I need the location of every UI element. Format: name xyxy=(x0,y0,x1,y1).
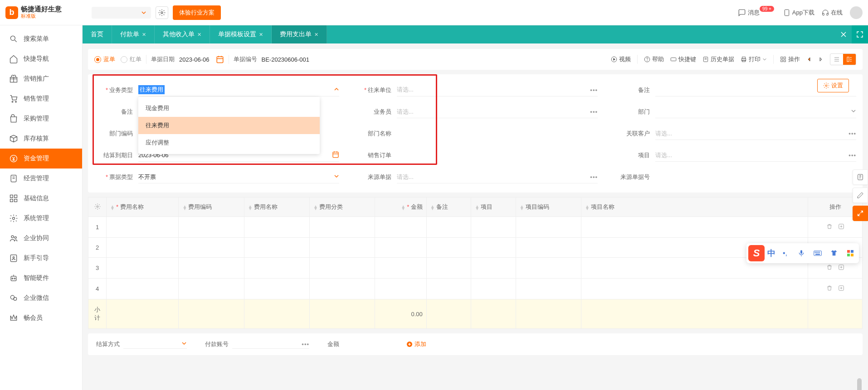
sidebar-item-7[interactable]: 经营管理 xyxy=(0,169,82,188)
settle-amount-input[interactable] xyxy=(343,343,388,345)
tab-1[interactable]: 付款单✕ xyxy=(112,25,155,43)
blue-doc-radio[interactable]: 蓝单 xyxy=(94,55,115,63)
tab-close-icon[interactable]: ✕ xyxy=(314,32,318,38)
company-selector[interactable] xyxy=(92,7,151,19)
tab-4[interactable]: 费用支出单✕ xyxy=(272,25,327,43)
more-icon[interactable]: ••• xyxy=(590,173,598,180)
sidebar-item-2[interactable]: 营销推广 xyxy=(0,69,82,89)
col-project[interactable]: ▲▼项目 xyxy=(471,197,516,217)
col-fee-name[interactable]: ▲▼* 费用名称 xyxy=(107,197,179,217)
col-project-name[interactable]: ▲▼项目名称 xyxy=(581,197,808,217)
settle-account-select[interactable]: ••• xyxy=(232,340,309,349)
operate-button[interactable]: 操作 xyxy=(780,55,800,63)
col-fee-name2[interactable]: ▲▼费用名称 xyxy=(244,197,309,217)
sidebar-item-12[interactable]: 智能硬件 xyxy=(0,268,82,288)
more-icon[interactable]: ••• xyxy=(590,87,598,93)
invoice-type-select[interactable]: 不开票 xyxy=(138,171,339,183)
sidebar-item-10[interactable]: 企业协同 xyxy=(0,228,82,248)
fullscreen-button[interactable] xyxy=(852,25,868,43)
dropdown-option-1[interactable]: 往来费用 xyxy=(138,117,320,134)
salesman-select[interactable]: 请选... ••• xyxy=(397,106,598,118)
dept-name-input[interactable] xyxy=(397,127,598,140)
sidebar-item-8[interactable]: 基础信息 xyxy=(0,188,82,208)
vertical-scrollbar[interactable] xyxy=(857,378,862,390)
source-doc-select[interactable]: 请选... ••• xyxy=(397,171,598,183)
sidebar-item-6[interactable]: 资金管理 xyxy=(0,149,82,169)
sidebar-item-3[interactable]: 销售管理 xyxy=(0,89,82,109)
col-gear[interactable] xyxy=(88,197,107,217)
ime-voice-button[interactable] xyxy=(795,246,808,260)
tab-2[interactable]: 其他收入单✕ xyxy=(155,25,210,43)
calendar-icon[interactable] xyxy=(216,55,224,63)
sidebar-item-4[interactable]: 采购管理 xyxy=(0,109,82,129)
sales-order-input[interactable] xyxy=(397,149,598,162)
float-note-button[interactable] xyxy=(853,169,868,185)
dropdown-option-2[interactable]: 应付调整 xyxy=(138,134,320,151)
delete-row-icon[interactable] xyxy=(826,223,833,231)
col-fee-category[interactable]: ▲▼费用分类 xyxy=(309,197,375,217)
add-settle-button[interactable]: 添加 xyxy=(406,340,426,348)
sidebar-item-11[interactable]: 新手引导 xyxy=(0,248,82,268)
more-icon[interactable]: ••• xyxy=(302,341,309,347)
dept-select[interactable] xyxy=(655,106,856,118)
col-remark[interactable]: ▲▼备注 xyxy=(426,197,471,217)
online-service-button[interactable]: 在线 xyxy=(822,9,843,17)
biz-type-select[interactable]: 往来费用 现金费用往来费用应付调整 xyxy=(138,83,339,96)
settle-method-select[interactable] xyxy=(123,340,187,349)
sidebar-item-13[interactable]: 企业微信 xyxy=(0,288,82,308)
video-button[interactable]: 视频 xyxy=(611,55,631,63)
dropdown-option-0[interactable]: 现金费用 xyxy=(138,100,320,117)
ime-lang-text[interactable]: 中 xyxy=(767,248,775,259)
source-docno-input[interactable] xyxy=(655,171,856,183)
remark-input[interactable] xyxy=(655,84,856,96)
table-row[interactable]: 4 xyxy=(88,279,863,299)
shortcut-button[interactable]: 快捷键 xyxy=(670,55,696,63)
red-doc-radio[interactable]: 红单 xyxy=(121,55,141,63)
app-download-button[interactable]: App下载 xyxy=(783,9,814,17)
ime-tools-button[interactable] xyxy=(844,246,857,260)
view-detail-button[interactable] xyxy=(843,54,856,65)
more-icon[interactable]: ••• xyxy=(848,152,856,159)
delete-row-icon[interactable] xyxy=(826,285,833,293)
tab-close-icon[interactable]: ✕ xyxy=(197,32,201,38)
col-project-code[interactable]: ▲▼项目编码 xyxy=(516,197,581,217)
date-value[interactable]: 2023-06-06 xyxy=(179,56,210,63)
table-row[interactable]: 1 xyxy=(88,217,863,238)
col-amount[interactable]: ▲▼* 金额 xyxy=(375,197,427,217)
sidebar-item-1[interactable]: 快捷导航 xyxy=(0,49,82,69)
experience-button[interactable]: 体验行业方案 xyxy=(173,5,221,20)
float-edit-button[interactable] xyxy=(853,188,868,203)
history-button[interactable]: 历史单据 xyxy=(702,55,734,63)
rel-customer-select[interactable]: 请选... ••• xyxy=(655,127,856,140)
print-button[interactable]: 打印 xyxy=(741,55,767,63)
ime-keyboard-button[interactable] xyxy=(811,246,824,260)
sidebar-item-0[interactable]: 搜索菜单 xyxy=(0,29,82,49)
calendar-icon[interactable] xyxy=(332,151,339,159)
contact-unit-select[interactable]: 请选... ••• xyxy=(397,84,598,96)
ime-skin-button[interactable] xyxy=(827,246,841,260)
tab-close-icon[interactable]: ✕ xyxy=(142,32,146,38)
close-all-tabs-button[interactable] xyxy=(835,25,852,43)
tab-close-icon[interactable]: ✕ xyxy=(259,32,263,38)
add-row-icon[interactable] xyxy=(838,223,844,231)
add-row-icon[interactable] xyxy=(838,285,844,293)
sidebar-item-9[interactable]: 系统管理 xyxy=(0,208,82,228)
message-button[interactable]: 消息 99 + xyxy=(738,9,776,17)
more-icon[interactable]: ••• xyxy=(590,108,598,115)
settings-gear-button[interactable] xyxy=(156,6,168,19)
float-expand-button[interactable] xyxy=(853,206,868,221)
view-list-button[interactable] xyxy=(830,54,843,65)
prev-button[interactable] xyxy=(806,57,812,62)
ime-bar[interactable]: S 中 •, xyxy=(746,243,859,263)
ime-punct-button[interactable]: •, xyxy=(778,246,792,260)
col-fee-code[interactable]: ▲▼费用编码 xyxy=(179,197,244,217)
help-button[interactable]: 帮助 xyxy=(644,55,664,63)
avatar[interactable] xyxy=(850,6,863,19)
add-row-icon[interactable] xyxy=(838,264,844,272)
next-button[interactable] xyxy=(818,57,824,62)
delete-row-icon[interactable] xyxy=(826,264,833,272)
tab-0[interactable]: 首页 xyxy=(83,25,112,43)
tab-3[interactable]: 单据模板设置✕ xyxy=(210,25,272,43)
project-select[interactable]: 请选... ••• xyxy=(655,149,856,162)
sidebar-item-5[interactable]: 库存核算 xyxy=(0,129,82,149)
